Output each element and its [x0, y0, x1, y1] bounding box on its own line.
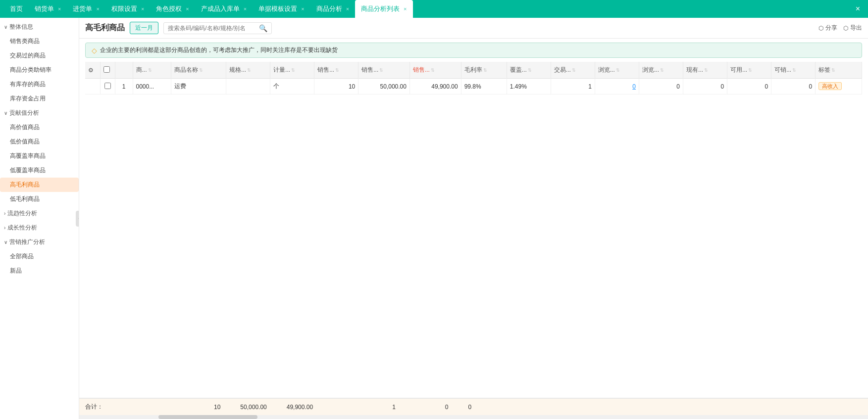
- close-template-tab[interactable]: ×: [301, 6, 304, 12]
- info-icon: ◇: [92, 47, 97, 54]
- sidebar-item-new-products[interactable]: 新品: [0, 264, 79, 278]
- td-name: 运费: [171, 79, 226, 94]
- th-sales-amount[interactable]: 销售...⇅: [358, 62, 410, 79]
- close-permission-tab[interactable]: ×: [141, 6, 144, 12]
- close-analysis-list-tab[interactable]: ×: [404, 6, 407, 12]
- search-icon[interactable]: 🔍: [259, 24, 267, 32]
- close-analysis-tab[interactable]: ×: [346, 6, 349, 12]
- footer-stock-available: 0: [468, 404, 472, 411]
- sidebar-item-traded-products[interactable]: 交易过的商品: [0, 48, 79, 63]
- row-checkbox[interactable]: [104, 83, 111, 89]
- footer-sales-qty: 10: [214, 404, 220, 411]
- td-stock-current: 0: [683, 79, 727, 94]
- arrow-overall: ∨: [4, 24, 7, 30]
- td-settings: [85, 79, 100, 94]
- sidebar-group-growth[interactable]: › 成长性分析: [0, 221, 79, 235]
- sidebar-collapse-btn[interactable]: «: [76, 211, 79, 227]
- th-stock-saleable[interactable]: 可销...⇅: [771, 62, 816, 79]
- th-code[interactable]: 商...⇅: [133, 62, 171, 79]
- share-icon: ⬡: [818, 25, 823, 32]
- sidebar-item-low-value[interactable]: 低价值商品: [0, 135, 79, 149]
- sidebar-item-high-value[interactable]: 高价值商品: [0, 120, 79, 135]
- table-container: ⚙ 商...⇅ 商品名称⇅ 规格...⇅ 计量...⇅ 销售...⇅ 销售...…: [85, 62, 862, 398]
- nav-tab-permission[interactable]: 权限设置 ×: [105, 0, 150, 18]
- close-role-tab[interactable]: ×: [186, 6, 189, 12]
- td-sales-profit: 49,900.00: [409, 79, 461, 94]
- td-unit: 个: [270, 79, 314, 94]
- search-input[interactable]: [168, 25, 257, 32]
- sidebar-group-financial[interactable]: ∨ 贡献值分析: [0, 106, 79, 120]
- th-unit[interactable]: 计量...⇅: [270, 62, 314, 79]
- sidebar-group-overall[interactable]: ∨ 整体信息: [0, 20, 79, 34]
- td-tag: 高收入: [816, 79, 862, 94]
- footer-sales-amount: 50,000.00: [240, 404, 266, 411]
- nav-tab-product-entry[interactable]: 产成品入库单 ×: [195, 0, 253, 18]
- nav-tab-sales[interactable]: 销货单 ×: [29, 0, 67, 18]
- sidebar-item-high-margin[interactable]: 高毛利商品: [0, 178, 79, 192]
- nav-tab-home[interactable]: 首页: [4, 0, 29, 18]
- footer-sales-profit: 49,900.00: [287, 404, 313, 411]
- td-stock-saleable: 0: [771, 79, 816, 94]
- close-sales-tab[interactable]: ×: [58, 6, 61, 12]
- sidebar-item-all-products[interactable]: 全部商品: [0, 249, 79, 264]
- sidebar-item-sales-products[interactable]: 销售类商品: [0, 34, 79, 48]
- arrow-marketing: ∨: [4, 239, 7, 245]
- footer-label: 合计：: [85, 403, 125, 411]
- filter-recent-month[interactable]: 近一月: [130, 22, 158, 34]
- sidebar-item-low-freq[interactable]: 低覆盖率商品: [0, 163, 79, 178]
- sidebar-group-marketing[interactable]: ∨ 营销推广分析: [0, 235, 79, 249]
- th-sales-qty[interactable]: 销售...⇅: [314, 62, 358, 79]
- th-spec[interactable]: 规格...⇅: [226, 62, 270, 79]
- header-actions: ⬡ 分享 ⬡ 导出: [818, 24, 862, 32]
- nav-tab-analysis-list[interactable]: 商品分析列表 ×: [355, 0, 412, 18]
- th-checkbox[interactable]: [100, 62, 115, 79]
- th-trade-count[interactable]: 交易...⇅: [551, 62, 595, 79]
- info-banner: ◇ 企业的主要的利润都是这部分商品创造的，可考虑加大推广，同时关注库存是不要出现…: [85, 43, 862, 58]
- th-stock-available[interactable]: 可用...⇅: [727, 62, 771, 79]
- arrow-growth: ›: [4, 225, 5, 231]
- sidebar: « ∨ 整体信息 销售类商品 交易过的商品 商品分类助销率 有库存的商品 库存资…: [0, 18, 79, 419]
- th-settings[interactable]: ⚙: [85, 62, 100, 79]
- sidebar-item-low-margin[interactable]: 低毛利商品: [0, 192, 79, 206]
- td-browse2: 0: [639, 79, 683, 94]
- select-all-checkbox[interactable]: [103, 66, 110, 73]
- td-checkbox[interactable]: [100, 79, 115, 94]
- td-trade-count: 1: [551, 79, 595, 94]
- footer-total: 合计： 10 50,000.00 49,900.00 1 0 0: [79, 398, 868, 415]
- scroll-thumb[interactable]: [158, 415, 257, 419]
- share-btn[interactable]: ⬡ 分享: [818, 24, 837, 32]
- content-header: 高毛利商品 近一月 🔍 ⬡ 分享 ⬡ 导出: [79, 18, 868, 39]
- td-browse1[interactable]: 0: [595, 79, 639, 94]
- footer-stock-current: 0: [415, 404, 449, 411]
- nav-tab-analysis[interactable]: 商品分析 ×: [310, 0, 355, 18]
- horizontal-scrollbar[interactable]: [79, 415, 868, 419]
- th-margin-rate[interactable]: 毛利率⇅: [461, 62, 507, 79]
- td-num: 1: [115, 79, 133, 94]
- close-product-entry-tab[interactable]: ×: [244, 6, 247, 12]
- th-sales-profit[interactable]: 销售...⇅: [409, 62, 461, 79]
- sidebar-item-in-stock[interactable]: 有库存的商品: [0, 77, 79, 92]
- nav-tab-purchase[interactable]: 进货单 ×: [67, 0, 105, 18]
- nav-tab-role[interactable]: 角色授权 ×: [150, 0, 195, 18]
- th-tag[interactable]: 标签⇅: [816, 62, 862, 79]
- td-sales-amount: 50,000.00: [358, 79, 410, 94]
- td-coverage: 1.49%: [507, 79, 551, 94]
- td-sales-qty: 10: [314, 79, 358, 94]
- close-purchase-tab[interactable]: ×: [96, 6, 99, 12]
- sidebar-item-high-freq[interactable]: 高覆盖率商品: [0, 149, 79, 163]
- td-stock-available: 0: [727, 79, 771, 94]
- sidebar-item-capital-occupy[interactable]: 库存资金占用: [0, 92, 79, 106]
- th-name[interactable]: 商品名称⇅: [171, 62, 226, 79]
- th-browse2[interactable]: 浏览...⇅: [639, 62, 683, 79]
- arrow-trend: ›: [4, 211, 5, 216]
- th-coverage[interactable]: 覆盖...⇅: [507, 62, 551, 79]
- nav-tab-template[interactable]: 单据模板设置 ×: [253, 0, 310, 18]
- footer-cells: 10 50,000.00 49,900.00 1 0 0: [125, 404, 862, 411]
- content: 高毛利商品 近一月 🔍 ⬡ 分享 ⬡ 导出 ◇ 企业的主要的利润都是这部分商品创…: [79, 18, 868, 419]
- th-stock-current[interactable]: 现有...⇅: [683, 62, 727, 79]
- export-btn[interactable]: ⬡ 导出: [843, 24, 862, 32]
- th-browse1[interactable]: 浏览...⇅: [595, 62, 639, 79]
- close-all-tabs[interactable]: ×: [852, 4, 864, 13]
- sidebar-group-trend[interactable]: › 流趋性分析: [0, 206, 79, 221]
- sidebar-item-analysis-rate[interactable]: 商品分类助销率: [0, 63, 79, 77]
